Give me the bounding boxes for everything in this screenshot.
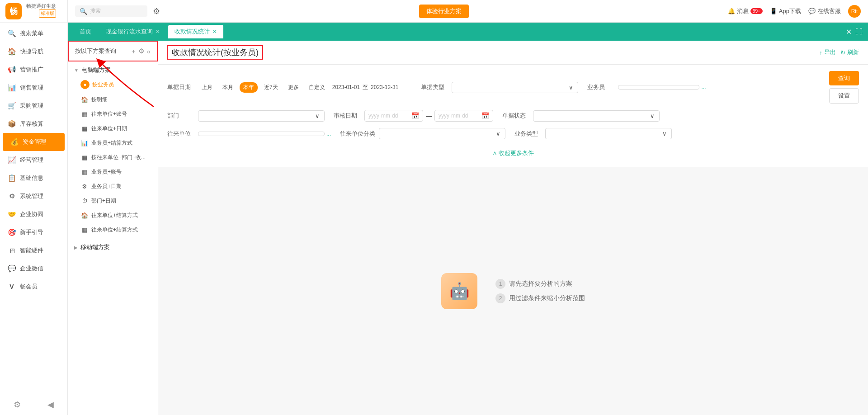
sidebar-item-purchase[interactable]: 🛒 采购管理	[0, 97, 67, 115]
tab-receipt-label: 收款情况统计	[175, 28, 210, 36]
sidebar-item-wechat[interactable]: 💬 企业微信	[0, 259, 67, 278]
tab-receipt-close-icon[interactable]: ✕	[212, 28, 217, 35]
tabbar: 首页 现金银行流水查询 ✕ 收款情况统计 ✕ ✕ ⛶	[68, 23, 868, 41]
notification-item[interactable]: 🔔 消息 99+	[728, 7, 763, 15]
scheme-item-party-dept[interactable]: ▦ 按往来单位+部门+收...	[68, 150, 158, 165]
sidebar-item-marketing[interactable]: 📢 营销推广	[0, 61, 67, 79]
query-button[interactable]: 查询	[829, 71, 859, 85]
collapse-sidebar-icon[interactable]: ◀	[44, 398, 57, 411]
sidebar-item-fund[interactable]: 💰 资金管理	[3, 133, 65, 151]
salesperson-select[interactable]	[618, 85, 699, 90]
biz-type-select[interactable]: ∨	[545, 128, 672, 139]
scheme-item-party-account[interactable]: ▦ 往来单位+账号	[68, 107, 158, 121]
tab-bank[interactable]: 现金银行流水查询 ✕	[99, 25, 166, 38]
counterparty-label: 往来单位	[167, 130, 194, 138]
online-service-item[interactable]: 💬 在线客服	[808, 7, 841, 15]
scheme-party-settle1-icon: 🏠	[80, 211, 89, 219]
calendar-from-icon: 📅	[411, 112, 419, 119]
add-scheme-icon[interactable]: +	[132, 47, 136, 55]
desktop-scheme-group: ▼ 电脑端方案 ● 按业务员 🏠 按明细 ▦ 往来单位+账号 ▦ 往来单位	[68, 61, 158, 239]
salesperson-more-icon[interactable]: ...	[701, 84, 706, 90]
mobile-scheme-group-label[interactable]: ▶ 移动端方案	[68, 241, 158, 254]
counterparty-filter: 往来单位 ...	[167, 130, 331, 138]
doc-type-select[interactable]: ∨	[452, 82, 578, 93]
page-header: 收款情况统计(按业务员) ↑ 导出 ↻ 刷新	[158, 41, 868, 65]
export-button[interactable]: ↑ 导出	[820, 48, 836, 57]
tab-receipt[interactable]: 收款情况统计 ✕	[168, 25, 223, 38]
sidebar-item-guide[interactable]: 🎯 新手引导	[0, 223, 67, 241]
trial-button[interactable]: 体验行业方案	[419, 5, 469, 18]
scheme-item-sales-date-label: 业务员+日期	[91, 183, 122, 190]
sidebar-item-sales[interactable]: 📊 销售管理	[0, 79, 67, 97]
refresh-button[interactable]: ↻ 刷新	[840, 48, 859, 57]
tab-fullscreen-icon[interactable]: ⛶	[855, 28, 863, 36]
salesperson-filter: 业务员 ...	[587, 83, 706, 91]
shortcut-more[interactable]: 更多	[284, 82, 302, 93]
topbar-left: 🔍 搜索 ⚙	[75, 5, 160, 17]
scheme-item-by-salesperson[interactable]: ● 按业务员	[68, 77, 158, 92]
scheme-item-dept-date[interactable]: ⏱ 部门+日期	[68, 193, 158, 208]
sidebar-item-enterprise-label: 企业协同	[20, 210, 43, 218]
scheme-item-by-detail[interactable]: 🏠 按明细	[68, 92, 158, 107]
scheme-item-sales-settle[interactable]: 📊 业务员+结算方式	[68, 136, 158, 150]
setting-button[interactable]: 设置	[829, 88, 859, 104]
notification-badge: 99+	[750, 8, 763, 14]
empty-state-container: 🤖 1 请先选择要分析的方案 2 用过滤条件来缩小分析范围	[441, 273, 585, 309]
topbar-gear-icon[interactable]: ⚙	[153, 6, 160, 16]
collapse-filter-button[interactable]: ∧ 收起更多条件	[167, 146, 859, 161]
sidebar-item-member[interactable]: V 畅会员	[0, 278, 67, 296]
doc-status-select[interactable]: ∨	[533, 110, 660, 122]
scheme-item-party-settle2[interactable]: ▦ 往来单位+结算方式	[68, 222, 158, 237]
shortcut-custom[interactable]: 自定义	[305, 82, 329, 93]
scheme-item-party-settle1[interactable]: 🏠 往来单位+结算方式	[68, 208, 158, 222]
topbar-search-box[interactable]: 🔍 搜索	[75, 5, 147, 17]
shortcut-7days[interactable]: 近7天	[260, 82, 282, 93]
counterparty-select[interactable]	[198, 132, 325, 136]
scheme-sales-date-icon: ⚙	[80, 182, 89, 190]
empty-hints: 1 请先选择要分析的方案 2 用过滤条件来缩小分析范围	[495, 279, 585, 303]
tab-close-all-icon[interactable]: ✕	[846, 28, 852, 36]
left-panel: 按以下方案查询 + ⚙ «	[68, 41, 158, 415]
sidebar-item-basic-label: 基础信息	[20, 174, 43, 182]
sidebar-item-enterprise[interactable]: 🤝 企业协同	[0, 205, 67, 223]
dept-select[interactable]: ∨	[198, 110, 325, 122]
collapse-panel-icon[interactable]: «	[147, 47, 151, 55]
sidebar-item-basic[interactable]: 📋 基础信息	[0, 169, 67, 187]
scheme-item-sales-account-label: 业务员+账号	[91, 168, 122, 176]
shortcut-this-month[interactable]: 本月	[219, 82, 237, 93]
basic-nav-icon: 📋	[7, 174, 16, 183]
date-separator: 至	[363, 84, 368, 91]
shortcut-this-year[interactable]: 本年	[240, 82, 258, 93]
scheme-settings-icon[interactable]: ⚙	[138, 47, 144, 55]
logo-text: 畅捷通好生意	[26, 3, 56, 9]
scheme-item-party-date[interactable]: ▦ 往来单位+日期	[68, 121, 158, 136]
sidebar-item-hardware[interactable]: 🖥 智能硬件	[0, 241, 67, 259]
scheme-item-salesperson-label: 按业务员	[92, 81, 114, 89]
biz-type-label: 业务类型	[514, 130, 542, 138]
tab-bank-close-icon[interactable]: ✕	[156, 28, 160, 35]
notification-icon: 🔔	[728, 8, 735, 14]
app-download-item[interactable]: 📱 App下载	[770, 7, 801, 15]
counterparty-cat-select[interactable]: ∨	[379, 128, 505, 139]
settings-bottom-icon[interactable]: ⚙	[10, 398, 24, 411]
user-avatar[interactable]: Rit	[848, 5, 861, 18]
sidebar-item-system[interactable]: ⚙ 系统管理	[0, 187, 67, 205]
sidebar-item-search[interactable]: 🔍 搜索菜单	[0, 24, 67, 42]
scheme-item-sales-account[interactable]: ▦ 业务员+账号	[68, 165, 158, 179]
desktop-scheme-group-label[interactable]: ▼ 电脑端方案	[68, 63, 158, 77]
scheme-party-date-icon: ▦	[80, 124, 89, 132]
review-date-from-placeholder: yyyy-mm-dd	[368, 113, 398, 119]
shortcut-last-month[interactable]: 上月	[198, 82, 216, 93]
sidebar-item-inventory[interactable]: 📦 库存核算	[0, 115, 67, 133]
review-date-from-field[interactable]: yyyy-mm-dd 📅	[364, 110, 423, 122]
guide-nav-icon: 🎯	[7, 228, 16, 237]
sidebar-item-operation[interactable]: 📈 经营管理	[0, 151, 67, 169]
dept-filter: 部门 ∨	[167, 110, 325, 122]
tab-home[interactable]: 首页	[73, 25, 98, 38]
scheme-item-sales-date[interactable]: ⚙ 业务员+日期	[68, 179, 158, 193]
logo-icon: 畅	[5, 3, 22, 19]
sidebar-item-quicknav[interactable]: 🏠 快捷导航	[0, 42, 67, 61]
robot-illustration: 🤖	[441, 273, 477, 309]
counterparty-more-icon[interactable]: ...	[326, 131, 331, 137]
review-date-to-field[interactable]: yyyy-mm-dd 📅	[434, 110, 493, 122]
